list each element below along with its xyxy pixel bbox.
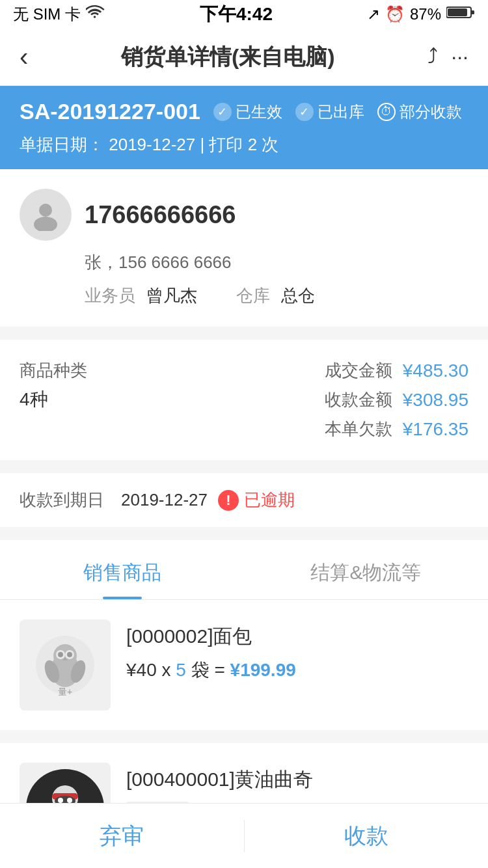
product-info-1: [0000002]面包 ¥40 x 5 袋 = ¥199.99	[126, 619, 468, 683]
warehouse-name: 总仓	[281, 286, 315, 305]
received-label: 收款金额	[325, 388, 392, 411]
wifi-icon	[86, 5, 105, 23]
unit-1: 袋	[191, 660, 210, 680]
tab-settlement-label: 结算&物流等	[310, 562, 421, 583]
product-placeholder-icon-1: 量+	[33, 632, 98, 698]
sales-name: 曾凡杰	[146, 286, 197, 305]
warehouse-label: 仓库	[236, 286, 270, 305]
header-banner: SA-20191227-001 ✓ 已生效 ✓ 已出库 ⏱ 部分收款 单据日期：…	[0, 86, 488, 169]
owed-row: 本单欠款 ¥176.35	[325, 418, 468, 441]
banner-row1: SA-20191227-001 ✓ 已生效 ✓ 已出库 ⏱ 部分收款	[20, 99, 468, 124]
tabs-section: 销售商品 结算&物流等	[0, 540, 488, 600]
check-icon-2: ✓	[295, 103, 314, 121]
tab-underline	[103, 597, 142, 599]
amount-row: 成交金额 ¥485.30	[325, 359, 468, 382]
status-time: 下午4:42	[200, 2, 273, 27]
customer-phone: 17666666666	[85, 201, 236, 229]
banner-date-row: 单据日期： 2019-12-27 | 打印 2 次	[20, 133, 468, 156]
owed-value: ¥176.35	[403, 419, 468, 440]
svg-point-21	[67, 798, 72, 803]
status-left: 无 SIM 卡	[13, 4, 105, 25]
qty-1: 5	[176, 660, 186, 680]
multiply-1: x	[162, 660, 176, 680]
badge-activated: ✓ 已生效	[213, 102, 282, 122]
page-title: 销货单详情(来自电脑)	[121, 42, 335, 72]
received-row: 收款金额 ¥308.95	[325, 388, 468, 411]
sales-info: 业务员 曾凡杰	[85, 284, 197, 307]
date-label: 单据日期：	[20, 135, 104, 154]
product-price-1: ¥40 x 5 袋 = ¥199.99	[126, 658, 468, 683]
back-button[interactable]: ‹	[20, 42, 28, 72]
product-image-1: 量+	[20, 619, 111, 711]
svg-rect-2	[448, 8, 467, 16]
collect-payment-button[interactable]: 收款	[245, 804, 489, 868]
nav-bar: ‹ 销货单详情(来自电脑) ⤴ ···	[0, 29, 488, 86]
badge-partial-payment: ⏱ 部分收款	[377, 102, 462, 122]
total-price-1: ¥199.99	[230, 660, 296, 680]
location-icon: ↗	[367, 5, 380, 23]
amount-label: 成交金额	[325, 359, 392, 382]
carrier-label: 无 SIM 卡	[13, 4, 81, 25]
person-icon	[29, 198, 62, 231]
customer-section: 17666666666 张，156 6666 6666 业务员 曾凡杰 仓库 总…	[0, 169, 488, 327]
order-date: 2019-12-27	[109, 135, 195, 154]
tab-settlement[interactable]: 结算&物流等	[244, 540, 488, 599]
amount-value: ¥485.30	[403, 360, 468, 381]
svg-point-11	[67, 652, 72, 657]
cancel-review-button[interactable]: 弃审	[0, 804, 244, 868]
alarm-icon: ⏰	[385, 5, 405, 23]
warehouse-info: 仓库 总仓	[236, 284, 315, 307]
print-count: 2	[248, 135, 257, 154]
share-icon[interactable]: ⤴	[427, 45, 438, 69]
customer-name-phone: 张，156 6666 6666	[20, 251, 468, 274]
svg-text:量+: 量+	[58, 686, 72, 697]
customer-info: 业务员 曾凡杰 仓库 总仓	[20, 284, 468, 307]
due-date-value: 2019-12-27	[121, 490, 208, 510]
clock-icon: ⏱	[377, 103, 396, 121]
overdue-badge: ! 已逾期	[218, 489, 295, 511]
svg-point-10	[58, 652, 63, 657]
nav-left: ‹	[20, 42, 28, 72]
stats-right: 成交金额 ¥485.30 收款金额 ¥308.95 本单欠款 ¥176.35	[325, 359, 468, 441]
due-label: 收款到期日	[20, 489, 104, 511]
status-right: ↗ ⏰ 87%	[367, 5, 475, 23]
stats-left: 商品种类 4种	[20, 359, 87, 412]
status-bar: 无 SIM 卡 下午4:42 ↗ ⏰ 87%	[0, 0, 488, 29]
overdue-text: 已逾期	[244, 489, 295, 511]
customer-row: 17666666666	[20, 189, 468, 241]
check-icon-1: ✓	[213, 103, 232, 121]
avatar	[20, 189, 72, 241]
due-section: 收款到期日 2019-12-27 ! 已逾期	[0, 473, 488, 527]
sales-label: 业务员	[85, 286, 135, 305]
nav-right: ⤴ ···	[427, 45, 468, 69]
tab-products[interactable]: 销售商品	[0, 540, 244, 599]
print-separator: |	[200, 135, 209, 154]
tab-products-label: 销售商品	[83, 562, 161, 583]
received-value: ¥308.95	[403, 390, 468, 411]
print-label: 打印	[209, 135, 243, 154]
owed-label: 本单欠款	[325, 418, 392, 441]
svg-point-20	[58, 798, 63, 803]
print-unit: 次	[262, 135, 278, 154]
overdue-icon: !	[218, 490, 239, 511]
bottom-bar: 弃审 收款	[0, 803, 488, 868]
svg-point-3	[39, 204, 52, 217]
product-name-2: [000400001]黄油曲奇	[126, 766, 468, 793]
stats-grid: 商品种类 4种 成交金额 ¥485.30 收款金额 ¥308.95 本单欠款 ¥…	[20, 359, 468, 441]
order-id: SA-20191227-001	[20, 99, 200, 124]
svg-point-4	[34, 217, 57, 231]
battery-icon	[446, 5, 475, 23]
unit-price-1: ¥40	[126, 660, 157, 680]
stats-section: 商品种类 4种 成交金额 ¥485.30 收款金额 ¥308.95 本单欠款 ¥…	[0, 340, 488, 460]
product-name-1: [0000002]面包	[126, 623, 468, 650]
badge-shipped: ✓ 已出库	[295, 102, 364, 122]
product-kinds-label: 商品种类	[20, 359, 87, 382]
product-card-1: 量+ [0000002]面包 ¥40 x 5 袋 = ¥199.99	[0, 600, 488, 730]
svg-rect-1	[471, 10, 474, 14]
more-icon[interactable]: ···	[451, 45, 468, 69]
product-kinds-count: 4种	[20, 387, 87, 412]
equals-1: =	[214, 660, 230, 680]
tabs-row: 销售商品 结算&物流等	[0, 540, 488, 599]
battery-label: 87%	[410, 5, 441, 23]
